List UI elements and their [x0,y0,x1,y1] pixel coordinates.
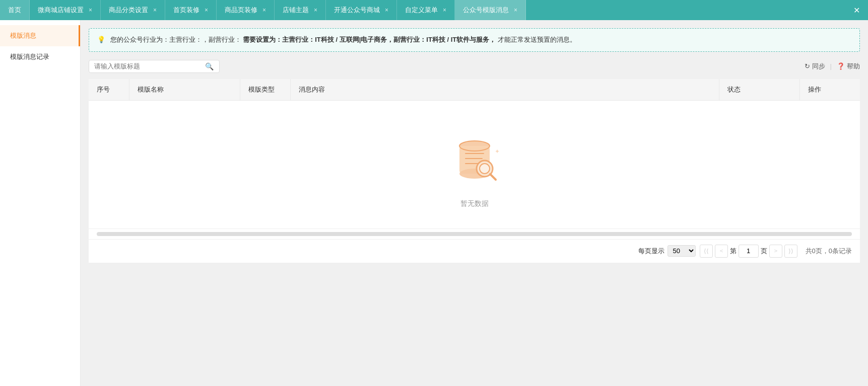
page-navigation: ⟨⟨ ＜ 第 页 ＞ ⟩⟩ [700,245,797,258]
tab-open-mall[interactable]: 开通公众号商城 × [326,0,397,20]
sync-icon: ↻ [805,62,810,70]
table-header: 序号 模版名称 模版类型 消息内容 状态 操作 [89,79,860,101]
col-action: 操作 [799,79,860,101]
svg-line-9 [490,174,496,180]
tab-store-theme-label: 店铺主题 [283,6,309,15]
sidebar-item-template-record-label: 模版消息记录 [10,53,49,60]
tab-homepage-decor-close[interactable]: × [205,7,208,14]
notice-prefix: 您的公众号行业为：主营行业：，副营行业： [110,36,241,43]
col-status: 状态 [719,79,799,101]
svg-text:✦: ✦ [495,148,500,155]
col-type: 模版类型 [240,79,290,101]
tab-store-theme[interactable]: 店铺主题 × [275,0,326,20]
per-page-dropdown[interactable]: 50 10 20 100 [667,245,696,257]
svg-text:✦: ✦ [459,173,463,177]
tab-template-msg-close[interactable]: × [514,7,517,14]
sidebar: 模版消息 模版消息记录 [0,20,81,386]
notice-highlight: 需要设置为：主营行业：IT科技 / 互联网|电子商务，副营行业：IT科技 / I… [243,36,496,43]
sidebar-item-template-message[interactable]: 模版消息 [0,25,80,46]
prev-page-button[interactable]: ＜ [715,245,728,258]
tab-product-decor-label: 商品页装修 [225,6,257,15]
tab-homepage-decor-label: 首页装修 [173,6,199,15]
pagination: 每页显示 50 10 20 100 ⟨⟨ ＜ 第 页 ＞ ⟩⟩ [89,239,860,263]
search-icon[interactable]: 🔍 [205,62,214,70]
tab-product-category-close[interactable]: × [153,7,157,14]
notice-box: 💡 您的公众号行业为：主营行业：，副营行业： 需要设置为：主营行业：IT科技 /… [89,28,860,52]
empty-illustration: ✦ ✦ [444,131,505,191]
tab-custom-menu[interactable]: 自定义菜单 × [397,0,455,20]
empty-state: ✦ ✦ 暂无数据 [89,101,860,228]
svg-point-8 [480,164,490,174]
per-page-select: 每页显示 50 10 20 100 [638,245,696,257]
tab-custom-menu-close[interactable]: × [443,7,446,14]
col-content: 消息内容 [290,79,719,101]
empty-text: 暂无数据 [460,199,489,208]
content-area: 💡 您的公众号行业为：主营行业：，副营行业： 需要设置为：主营行业：IT科技 /… [81,20,868,386]
tab-home-label: 首页 [8,6,21,15]
table-container: 序号 模版名称 模版类型 消息内容 状态 操作 [89,79,860,263]
sync-label: 同步 [812,62,825,71]
close-all-tabs-button[interactable]: ✕ [845,6,868,15]
help-icon: ❓ [837,62,845,70]
tab-product-decor[interactable]: 商品页装修 × [217,0,275,20]
notice-icon: 💡 [97,36,105,43]
tab-template-msg[interactable]: 公众号模版消息 × [455,0,526,20]
page-number-input[interactable] [739,245,759,258]
data-table: 序号 模版名称 模版类型 消息内容 状态 操作 [89,79,860,101]
tab-micro-store[interactable]: 微商城店铺设置 × [30,0,101,20]
search-input-wrap: 🔍 [89,60,220,73]
sync-button[interactable]: ↻ 同步 [805,62,825,71]
tab-open-mall-label: 开通公众号商城 [334,6,380,15]
tab-open-mall-close[interactable]: × [385,7,388,14]
search-actions: ↻ 同步 | ❓ 帮助 [805,62,860,71]
tab-product-category[interactable]: 商品分类设置 × [101,0,165,20]
page-prefix: 第 [730,247,737,256]
horizontal-scrollbar[interactable] [97,232,852,236]
first-page-button[interactable]: ⟨⟨ [700,245,713,258]
tab-homepage-decor[interactable]: 首页装修 × [165,0,217,20]
tab-template-msg-label: 公众号模版消息 [463,6,509,15]
tab-store-theme-close[interactable]: × [314,7,317,14]
main-layout: 模版消息 模版消息记录 💡 您的公众号行业为：主营行业：，副营行业： 需要设置为… [0,20,868,386]
col-name: 模版名称 [129,79,240,101]
notice-suffix: 才能正常发送预置的消息。 [498,36,576,43]
help-button[interactable]: ❓ 帮助 [837,62,860,71]
search-bar: 🔍 ↻ 同步 | ❓ 帮助 [89,60,860,73]
last-page-button[interactable]: ⟩⟩ [784,245,797,258]
next-page-button[interactable]: ＞ [769,245,782,258]
total-records-text: 共0页，0条记录 [806,247,852,256]
tab-custom-menu-label: 自定义菜单 [405,6,438,15]
help-label: 帮助 [847,62,860,71]
sidebar-item-template-message-label: 模版消息 [10,32,36,39]
tab-product-decor-close[interactable]: × [262,7,266,14]
tab-micro-store-label: 微商城店铺设置 [38,6,84,15]
search-input[interactable] [94,62,205,70]
scrollbar-wrap [89,228,860,239]
tab-home[interactable]: 首页 [0,0,30,20]
sidebar-item-template-record[interactable]: 模版消息记录 [0,46,80,67]
col-index: 序号 [89,79,129,101]
tab-product-category-label: 商品分类设置 [109,6,148,15]
action-divider: | [830,62,832,70]
per-page-label: 每页显示 [638,247,664,256]
top-navigation: 首页 微商城店铺设置 × 商品分类设置 × 首页装修 × 商品页装修 × 店铺主… [0,0,868,20]
tab-micro-store-close[interactable]: × [89,7,92,14]
page-unit: 页 [761,247,767,256]
